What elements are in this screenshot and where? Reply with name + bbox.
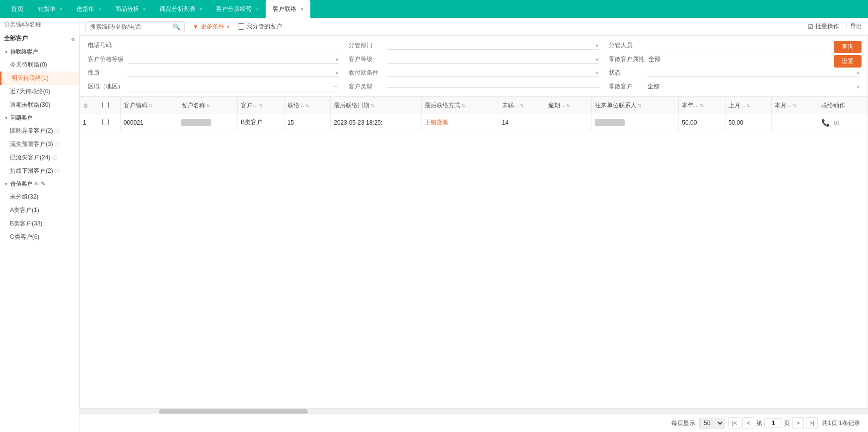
last-page-btn[interactable]: >| [806,417,818,429]
th-this-year[interactable]: 本年...⇅ [679,97,725,114]
filter-row-retail-attr: 零散客户属性 全部 ∨ [609,55,860,64]
filter-btn[interactable]: ▼ 更多条件 ∧ [189,21,234,32]
close-icon[interactable]: × [300,6,303,12]
td-last-month: 50.00 [725,114,772,131]
my-customer-wrap[interactable]: 我分管的客户 [238,22,282,31]
filter-row-nature: 性质 ∨ [88,69,339,77]
sidebar-item-warning[interactable]: 流失预警客户(3) ⓘ [0,138,79,151]
th-contact-count[interactable]: 联络...⇅ [284,97,331,114]
sidebar-item-lost[interactable]: 已流失客户(24) ⓘ [0,151,79,164]
search-input[interactable] [90,23,171,30]
per-page-select[interactable]: 50 20 100 [699,418,724,429]
th-last-month[interactable]: 上月...⇅ [725,97,772,114]
sort-icon: ⇅ [148,103,152,108]
checkbox-icon: ☑ [808,23,813,30]
th-type[interactable]: 客户...⇅ [238,97,285,114]
th-overdue[interactable]: 逾期...⇅ [545,97,592,114]
sidebar-all-customers[interactable]: 全部客户 « [0,31,79,46]
sidebar-search-wrap: 🔍 [0,18,79,31]
export-btn[interactable]: ↑ 导出 [845,22,862,31]
qr-icon[interactable]: ⊞ [834,119,840,127]
top-nav: 首页 销货单 × 进货单 × 商品分析 × 商品分析列表 × 客户分层经营 × … [0,0,868,18]
phone-icon[interactable]: 📞 [821,119,830,127]
filter-nature-select[interactable]: ∨ [127,69,339,77]
table-container: ⚙ 客户编码⇅ 客户名称⇅ 客户...⇅ 联络...⇅ 最后联络日期⇅ 最后联络… [79,97,868,409]
chevron-down-icon: ∨ [595,43,599,48]
filter-customer-grade-select[interactable]: ∨ [387,56,599,64]
filter-manager-select[interactable]: ··· [648,41,860,50]
row-checkbox[interactable] [102,119,109,125]
chevron-down-icon: ∨ [595,57,599,62]
sidebar-item-b-class[interactable]: B类客户(33) [0,217,79,230]
close-icon[interactable]: × [200,6,203,12]
th-unlinked[interactable]: 未联...⇅ [499,97,545,114]
nav-item-productanalysislist[interactable]: 商品分析列表 × [153,0,210,18]
page-number-input[interactable] [764,418,782,428]
filter-row-payment: 收付款条件 ∨ [349,69,599,77]
batch-ops-btn[interactable]: ☑ 批量操作 [808,22,839,31]
search-icon[interactable]: 🔍 [173,23,180,30]
filter-region-select[interactable]: ··· [128,82,339,91]
sidebar-item-tomorrow[interactable]: 明天待联络(1) [0,72,79,85]
sidebar-group-pending[interactable]: 待联络客户 [0,46,79,58]
sort-icon: ⇅ [566,103,570,108]
nav-item-salesorder[interactable]: 销货单 × [31,0,70,18]
filter-row-region: 区域（地区） ··· [88,82,339,91]
sort-icon: ⇅ [305,103,309,108]
close-icon[interactable]: × [256,6,259,12]
sidebar-item-declining[interactable]: 持续下滑客户(2) ⓘ [0,164,79,178]
td-contact-person [591,114,679,131]
first-page-btn[interactable]: |< [728,417,740,429]
filter-row-status: 状态 ∨ [609,69,860,77]
nav-home[interactable]: 首页 [4,0,31,18]
sidebar-group-value[interactable]: 价值客户 ↻ ✎ [0,178,79,190]
th-this-month[interactable]: 本月...⇅ [772,97,818,114]
filter-status-select[interactable]: ∨ [648,69,860,77]
nav-item-customersegment[interactable]: 客户分层经营 × [209,0,266,18]
td-last-way[interactable]: 下销货单 [421,114,499,131]
close-icon[interactable]: × [60,6,63,12]
close-icon[interactable]: × [143,6,146,12]
collapse-icon[interactable]: « [71,35,75,43]
filter-price-grade-select[interactable]: ∨ [128,56,339,64]
td-overdue [545,114,592,131]
ellipsis-icon[interactable]: ··· [334,83,339,90]
filter-dept-select[interactable]: ∨ [387,42,599,50]
th-settings[interactable]: ⚙ [80,97,99,114]
my-customer-checkbox[interactable] [238,23,244,30]
sidebar-group-problem[interactable]: 问题客户 [0,112,79,124]
th-last-contact-date[interactable]: 最后联络日期⇅ [331,97,421,114]
th-checkbox[interactable] [99,97,121,114]
sidebar-item-overdue[interactable]: 逾期未联络(30) [0,98,79,112]
td-this-month [772,114,818,131]
sort-icon: ⇅ [206,103,210,108]
settings-icon[interactable]: ⚙ [83,102,88,109]
query-button[interactable]: 查询 [834,41,862,53]
filter-customer-type-select[interactable] [387,85,599,88]
toolbar: 🔍 ▼ 更多条件 ∧ 我分管的客户 ☑ 批量操作 ↑ 导出 [79,18,868,36]
nav-item-customercontact[interactable]: 客户联络 × [266,0,310,18]
sidebar-item-abnormal[interactable]: 回购异常客户(2) ⓘ [0,124,79,138]
th-contact-person[interactable]: 往来单位联系人⇅ [591,97,679,114]
settings-button[interactable]: 设置 [834,55,862,68]
sidebar-item-c-class[interactable]: C类客户(6) [0,230,79,244]
th-name[interactable]: 客户名称⇅ [178,97,238,114]
next-page-btn[interactable]: > [792,417,804,429]
sidebar-item-a-class[interactable]: A类客户(1) [0,204,79,217]
filter-phone-input[interactable] [127,41,339,50]
th-last-contact-way[interactable]: 最后联络方式⇅ [421,97,499,114]
prev-page-btn[interactable]: < [742,417,754,429]
bottom-scrollbar[interactable] [79,409,868,414]
close-icon[interactable]: × [98,6,101,12]
nav-item-purchaseorder[interactable]: 进货单 × [70,0,108,18]
content-area: 🔍 ▼ 更多条件 ∧ 我分管的客户 ☑ 批量操作 ↑ 导出 [79,18,868,432]
nav-item-productanalysis[interactable]: 商品分析 × [108,0,153,18]
sidebar-item-today[interactable]: 今天待联络(0) [0,58,79,72]
th-code[interactable]: 客户编码⇅ [120,97,178,114]
sidebar-item-ungrouped[interactable]: 未分组(32) [0,190,79,204]
select-all-checkbox[interactable] [102,102,109,108]
sidebar-item-7days[interactable]: 近7天待联络(0) [0,85,79,98]
filter-payment-select[interactable]: ∨ [387,69,599,77]
td-checkbox[interactable] [99,114,121,131]
sidebar-search-input[interactable] [4,21,78,28]
